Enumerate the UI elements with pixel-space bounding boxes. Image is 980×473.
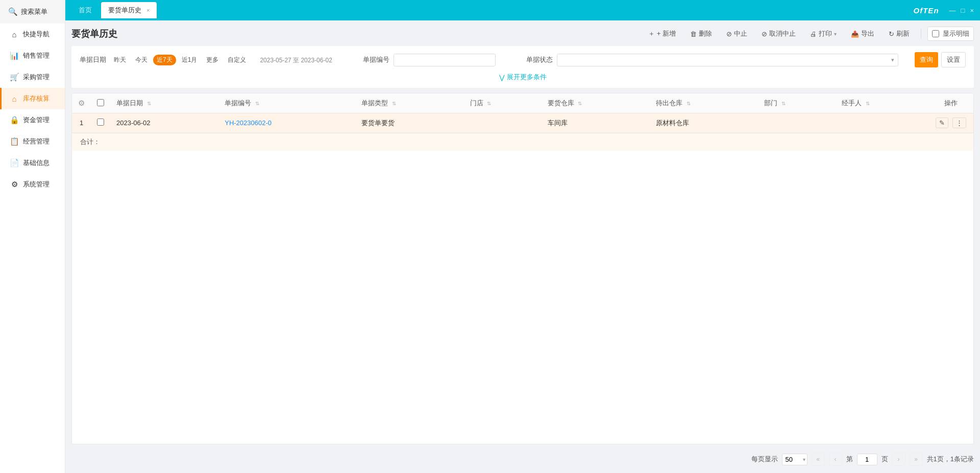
page-prev-btn[interactable]: ‹ <box>829 453 842 466</box>
date-range-text: 2023-05-27 至 2023-06-02 <box>260 56 332 65</box>
status-select[interactable] <box>557 54 898 66</box>
th-dept-sort-icon[interactable]: ⇅ <box>781 101 786 106</box>
th-pending-warehouse-sort-icon[interactable]: ⇅ <box>687 101 691 106</box>
sidebar-item-finance-mgmt[interactable]: 🔒 资金管理 <box>0 109 65 131</box>
tab-home-label: 首页 <box>79 6 92 15</box>
date-range-display: 2023-05-27 至 2023-06-02 <box>260 55 332 65</box>
table-header-row: ⚙ 单据日期 ⇅ 单据编号 ⇅ <box>72 93 973 113</box>
date-shortcut-today[interactable]: 今天 <box>132 55 151 65</box>
row-pending-warehouse: 原材料仓库 <box>650 113 758 133</box>
sidebar-item-label: 库存核算 <box>23 94 50 103</box>
table-footer-label: 合计： <box>80 138 100 146</box>
query-label: 查询 <box>920 55 933 64</box>
select-all-checkbox[interactable] <box>97 99 104 106</box>
filter-action-btns: 查询 设置 <box>915 52 966 67</box>
home-icon: ⌂ <box>10 30 19 39</box>
sidebar-item-sys-mgmt[interactable]: ⚙ 系统管理 <box>0 174 65 195</box>
export-btn[interactable]: 📤 导出 <box>846 27 879 41</box>
row-req-warehouse: 车间库 <box>542 113 650 133</box>
date-shortcut-more[interactable]: 更多 <box>203 55 222 65</box>
sidebar-search-btn[interactable]: 🔍 搜索菜单 <box>0 0 65 23</box>
th-store-sort-icon[interactable]: ⇅ <box>487 101 491 106</box>
row-edit-btn[interactable]: ✎ <box>936 117 948 128</box>
th-date-label: 单据日期 <box>116 99 143 107</box>
th-pending-warehouse-label: 待出仓库 <box>656 99 682 107</box>
minimize-btn[interactable]: — <box>949 7 956 14</box>
th-date-sort-icon[interactable]: ⇅ <box>147 101 151 106</box>
th-handler-sort-icon[interactable]: ⇅ <box>866 101 870 106</box>
page-first-btn[interactable]: « <box>812 453 825 466</box>
date-filter-group: 单据日期 昨天 今天 近7天 近1月 更多 自定义 <box>80 55 250 65</box>
page-size-select[interactable]: 10 20 50 100 <box>782 454 807 465</box>
tab-close-icon[interactable]: × <box>146 7 150 13</box>
filter-row-1: 单据日期 昨天 今天 近7天 近1月 更多 自定义 2023-05-27 至 2… <box>80 52 966 67</box>
page-size-label: 每页显示 <box>751 455 778 464</box>
sidebar-item-label: 经营管理 <box>23 137 50 146</box>
toolbar-divider <box>921 29 921 39</box>
add-btn[interactable]: ＋ + 新增 <box>643 27 681 41</box>
table-settings-gear-icon[interactable]: ⚙ <box>78 99 85 107</box>
sidebar-item-inventory[interactable]: ⌂ 库存核算 <box>0 88 65 109</box>
th-order-type-label: 单据类型 <box>361 99 388 107</box>
filter-settings-label: 设置 <box>947 55 960 64</box>
display-detail-checkbox[interactable] <box>932 30 939 37</box>
row-order-no-link[interactable]: YH-20230602-0 <box>225 119 272 127</box>
row-index: 1 <box>72 113 91 133</box>
date-shortcut-yesterday[interactable]: 昨天 <box>110 55 130 65</box>
stop-btn[interactable]: ⊘ 中止 <box>721 27 752 41</box>
page-next-btn[interactable]: › <box>892 453 905 466</box>
topbar-controls: OfTEn — □ × <box>914 6 974 15</box>
window-close-btn[interactable]: × <box>970 7 974 14</box>
display-detail-btn[interactable]: 显示明细 <box>927 27 974 41</box>
sidebar: 🔍 搜索菜单 ⌂ 快捷导航 📊 销售管理 🛒 采购管理 ⌂ 库存核算 🔒 资金管… <box>0 0 65 473</box>
sidebar-item-ops-mgmt[interactable]: 📋 经营管理 <box>0 131 65 152</box>
row-date: 2023-06-02 <box>110 113 218 133</box>
row-handler <box>836 113 928 133</box>
delete-btn[interactable]: 🗑 删除 <box>685 27 717 41</box>
row-checkbox[interactable] <box>97 119 104 126</box>
query-btn[interactable]: 查询 <box>915 52 938 67</box>
sidebar-item-purchase-mgmt[interactable]: 🛒 采购管理 <box>0 66 65 88</box>
row-dept <box>758 113 836 133</box>
page-title: 要货单历史 <box>71 28 117 40</box>
row-more-btn[interactable]: ⋮ <box>952 117 966 128</box>
stop-icon: ⊘ <box>726 30 732 38</box>
table-footer: 合计： <box>72 133 973 151</box>
maximize-btn[interactable]: □ <box>961 7 965 14</box>
print-btn[interactable]: 🖨 打印 ▾ <box>805 27 842 41</box>
page-input[interactable] <box>857 454 877 465</box>
date-shortcut-custom[interactable]: 自定义 <box>224 55 250 65</box>
refresh-btn[interactable]: ↻ 刷新 <box>884 27 915 41</box>
th-store-label: 门店 <box>470 99 483 107</box>
date-filter-label: 单据日期 <box>80 55 106 64</box>
table-row: 1 2023-06-02 YH-20230602-0 要货单要货 车间库 原材料… <box>72 113 973 133</box>
th-order-no-sort-icon[interactable]: ⇅ <box>255 101 259 106</box>
tab-active[interactable]: 要货单历史 × <box>101 2 157 18</box>
row-action: ✎ ⋮ <box>928 113 973 133</box>
sidebar-item-sales-mgmt[interactable]: 📊 销售管理 <box>0 45 65 66</box>
th-order-type-sort-icon[interactable]: ⇅ <box>392 101 396 106</box>
gear-icon: ⚙ <box>10 180 19 189</box>
th-req-warehouse-sort-icon[interactable]: ⇅ <box>578 101 582 106</box>
expand-more-btn[interactable]: ⋁ 展开更多条件 <box>499 73 547 82</box>
sidebar-item-basic-info[interactable]: 📄 基础信息 <box>0 152 65 174</box>
date-shortcut-1month[interactable]: 近1月 <box>178 55 201 65</box>
toolbar: ＋ + 新增 🗑 删除 ⊘ 中止 ⊘ 取消中止 🖨 打印 <box>643 27 974 41</box>
page-last-btn[interactable]: » <box>910 453 923 466</box>
delete-label: 删除 <box>699 29 712 38</box>
tab-home[interactable]: 首页 <box>71 2 99 18</box>
status-label: 单据状态 <box>526 55 553 64</box>
filter-settings-btn[interactable]: 设置 <box>941 52 966 67</box>
th-handler: 经手人 ⇅ <box>836 93 928 113</box>
row-check-cell <box>91 113 110 133</box>
filter-panel: 单据日期 昨天 今天 近7天 近1月 更多 自定义 2023-05-27 至 2… <box>71 46 974 88</box>
page-size-wrapper: 10 20 50 100 ▾ <box>782 454 807 465</box>
sidebar-item-label: 快捷导航 <box>23 30 50 39</box>
cancel-stop-btn[interactable]: ⊘ 取消中止 <box>756 27 801 41</box>
date-shortcut-7days[interactable]: 近7天 <box>153 55 176 65</box>
sidebar-item-quick-nav[interactable]: ⌂ 快捷导航 <box>0 23 65 45</box>
order-no-input[interactable] <box>394 54 496 66</box>
sidebar-item-label: 基础信息 <box>23 158 50 168</box>
add-icon: ＋ <box>648 29 655 38</box>
total-label: 共1页，1条记录 <box>927 455 974 464</box>
